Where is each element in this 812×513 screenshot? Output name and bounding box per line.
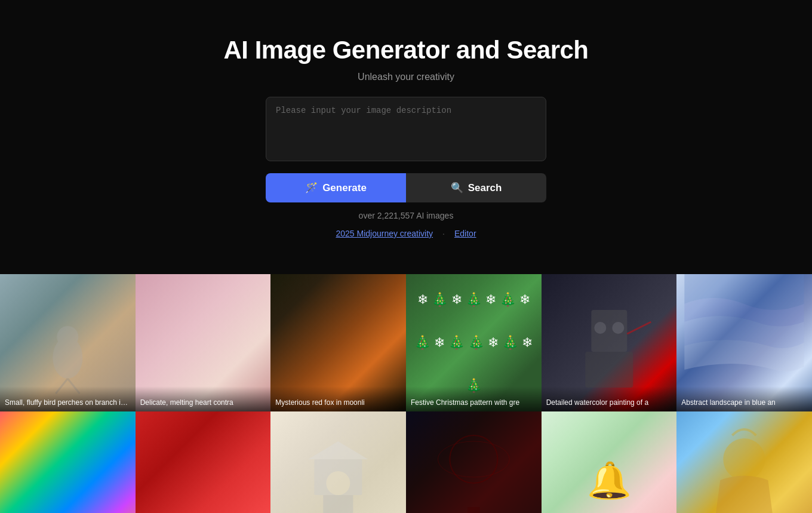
gallery-caption-christmas: Festive Christmas pattern with gre bbox=[406, 386, 542, 411]
generate-button[interactable]: 🪄 Generate bbox=[266, 173, 406, 202]
gallery-item-shocked[interactable]: Startled woman's face, sho bbox=[136, 411, 271, 513]
svg-point-1 bbox=[57, 326, 78, 348]
gallery-caption-robot: Detailed watercolor painting of a bbox=[542, 386, 677, 411]
hero-subtitle: Unleash your creativity bbox=[358, 72, 454, 82]
page-title: AI Image Generator and Search bbox=[223, 36, 588, 64]
search-icon: 🔍 bbox=[451, 182, 463, 194]
gallery-row-2: Vibrant, abstract painting with dynamic … bbox=[0, 411, 812, 513]
wand-icon: 🪄 bbox=[305, 182, 318, 194]
image-festive-bell: 🔔 bbox=[542, 411, 677, 513]
gallery-item-chinese[interactable]: Detailed Chinese paper cut art de bbox=[270, 411, 406, 513]
svg-rect-5 bbox=[585, 352, 633, 388]
midjourney-link[interactable]: 2025 Midjourney creativity bbox=[336, 229, 433, 238]
gallery-caption-fox: Mysterious red fox in moonli bbox=[270, 386, 406, 411]
image-vibrant bbox=[0, 411, 136, 513]
gallery-caption-heart: Delicate, melting heart contra bbox=[136, 386, 271, 411]
gallery-rows: Small, fluffy bird perches on branch in … bbox=[0, 274, 812, 513]
image-lone bbox=[406, 411, 542, 513]
gallery-item-abstract-blue[interactable]: Abstract landscape in blue an bbox=[676, 274, 812, 411]
action-buttons: 🪄 Generate 🔍 Search bbox=[266, 173, 546, 202]
gallery-caption-abstract-blue: Abstract landscape in blue an bbox=[676, 386, 812, 411]
svg-rect-10 bbox=[324, 495, 353, 513]
gallery-item-robot[interactable]: Detailed watercolor painting of a bbox=[542, 274, 677, 411]
prompt-wrapper bbox=[266, 97, 546, 164]
svg-point-7 bbox=[612, 322, 624, 334]
prompt-input[interactable] bbox=[266, 97, 546, 161]
svg-point-11 bbox=[327, 471, 350, 495]
gallery-item-christmas[interactable]: ❄ 🎄 ❄ 🎄 ❄ 🎄 ❄ 🎄 ❄ 🎄 🎄 ❄ 🎄 ❄ bbox=[406, 274, 542, 411]
footer-links: 2025 Midjourney creativity · Editor bbox=[336, 229, 476, 238]
svg-point-15 bbox=[724, 438, 765, 480]
gallery-row-1: Small, fluffy bird perches on branch in … bbox=[0, 274, 812, 411]
gallery-item-fox[interactable]: Mysterious red fox in moonli bbox=[270, 274, 406, 411]
link-separator: · bbox=[442, 229, 445, 238]
editor-link[interactable]: Editor bbox=[454, 229, 476, 238]
svg-line-8 bbox=[627, 322, 651, 334]
search-button[interactable]: 🔍 Search bbox=[406, 173, 546, 202]
gallery-item-vibrant[interactable]: Vibrant, abstract painting with dynamic … bbox=[0, 411, 136, 513]
svg-point-13 bbox=[438, 441, 509, 477]
hero-section: AI Image Generator and Search Unleash yo… bbox=[0, 0, 812, 274]
gallery-item-heart[interactable]: Delicate, melting heart contra bbox=[136, 274, 271, 411]
gallery-caption-bird: Small, fluffy bird perches on branch in … bbox=[0, 386, 136, 411]
svg-point-12 bbox=[450, 435, 497, 483]
gallery-item-festive-bell[interactable]: 🔔 Festive Christmas scene with bbox=[542, 411, 677, 513]
gallery-section: Small, fluffy bird perches on branch in … bbox=[0, 274, 812, 513]
image-count: over 2,221,557 AI images bbox=[359, 211, 454, 220]
image-buddha bbox=[676, 411, 812, 513]
svg-point-6 bbox=[594, 322, 606, 334]
gallery-item-bird[interactable]: Small, fluffy bird perches on branch in … bbox=[0, 274, 136, 411]
gallery-item-buddha[interactable]: Majestic golden Buddha sta bbox=[676, 411, 812, 513]
image-shocked bbox=[136, 411, 271, 513]
gallery-item-lone[interactable]: Lone figure, spacecraft, myste bbox=[406, 411, 542, 513]
svg-rect-14 bbox=[467, 507, 479, 513]
image-chinese bbox=[270, 411, 406, 513]
